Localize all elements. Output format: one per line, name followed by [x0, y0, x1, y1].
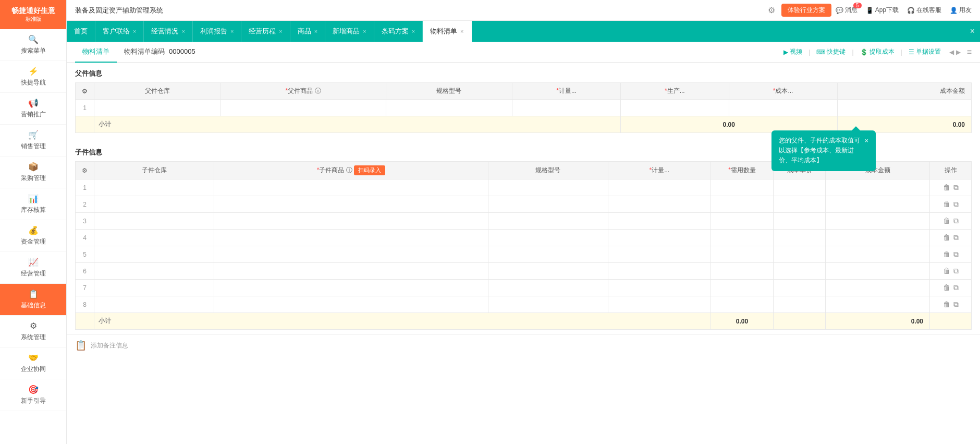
close-all-tabs-btn[interactable]: × [965, 27, 980, 36]
child-cell-qty-3[interactable] [711, 230, 774, 246]
sidebar-item-nav[interactable]: ⚡快捷导航 [0, 61, 66, 93]
tab-material-list[interactable]: 物料清单 [75, 42, 117, 63]
child-cell-goods-6[interactable] [214, 280, 488, 296]
child-cell-unitprice-0[interactable] [774, 179, 826, 196]
delete-icon-6[interactable]: 🗑 [943, 283, 950, 292]
child-cell-qty-4[interactable] [711, 246, 774, 263]
nav-tab-1[interactable]: 客户联络× [95, 21, 144, 42]
child-cell-warehouse-6[interactable] [94, 280, 214, 296]
delete-icon-1[interactable]: 🗑 [943, 200, 950, 209]
nav-tab-close-4[interactable]: × [279, 28, 282, 34]
child-cell-unit-7[interactable] [608, 296, 710, 313]
child-cell-unitprice-1[interactable] [774, 196, 826, 213]
child-cell-warehouse-0[interactable] [94, 179, 214, 196]
child-col-settings[interactable]: ⚙ [76, 162, 94, 179]
child-cell-goods-5[interactable] [214, 263, 488, 280]
tab-material-code[interactable]: 物料清单编码 0000005 [117, 42, 203, 63]
copy-icon-7[interactable]: ⧉ [953, 300, 959, 309]
child-cell-spec-1[interactable] [488, 196, 608, 213]
copy-icon-1[interactable]: ⧉ [953, 200, 959, 209]
nav-tab-close-8[interactable]: × [460, 28, 463, 34]
child-cell-warehouse-1[interactable] [94, 196, 214, 213]
child-cell-unit-5[interactable] [608, 263, 710, 280]
list-view-btn[interactable]: ≡ [967, 47, 972, 57]
child-cell-goods-3[interactable] [214, 230, 488, 246]
nav-next-btn[interactable]: ▶ [956, 49, 961, 56]
gear-icon[interactable]: ⚙ [768, 5, 775, 15]
nav-prev-btn[interactable]: ◀ [949, 49, 954, 56]
user-btn[interactable]: 👤 用友 [950, 6, 972, 15]
child-cell-unitprice-7[interactable] [774, 296, 826, 313]
delete-icon-2[interactable]: 🗑 [943, 217, 950, 225]
child-cell-unit-0[interactable] [608, 179, 710, 196]
extract-cost-btn[interactable]: 💲 提取成本 [860, 47, 895, 56]
child-cell-spec-2[interactable] [488, 213, 608, 230]
child-cell-warehouse-5[interactable] [94, 263, 214, 280]
parent-cell-spec[interactable] [386, 100, 512, 116]
delete-icon-0[interactable]: 🗑 [943, 183, 950, 192]
app-download-btn[interactable]: 📱 App下载 [866, 6, 899, 15]
child-cell-unit-3[interactable] [608, 230, 710, 246]
child-cell-warehouse-4[interactable] [94, 246, 214, 263]
nav-tab-4[interactable]: 经营历程× [241, 21, 290, 42]
child-cell-warehouse-7[interactable] [94, 296, 214, 313]
child-cell-spec-0[interactable] [488, 179, 608, 196]
nav-tab-5[interactable]: 商品× [290, 21, 325, 42]
sidebar-item-search[interactable]: 🔍搜索菜单 [0, 29, 66, 61]
video-btn[interactable]: ▶ 视频 [783, 47, 802, 56]
sidebar-item-basic[interactable]: 📋基础信息 [0, 284, 66, 316]
child-cell-goods-7[interactable] [214, 296, 488, 313]
child-cell-unit-2[interactable] [608, 213, 710, 230]
child-cell-qty-0[interactable] [711, 179, 774, 196]
sidebar-item-guide[interactable]: 🎯新手引导 [0, 379, 66, 411]
child-cell-qty-7[interactable] [711, 296, 774, 313]
child-cell-unitprice-6[interactable] [774, 280, 826, 296]
nav-tab-3[interactable]: 利润报告× [193, 21, 241, 42]
nav-tab-close-5[interactable]: × [314, 28, 317, 34]
tooltip-close-btn[interactable]: × [864, 136, 868, 147]
parent-cell-unit[interactable] [512, 100, 621, 116]
experience-btn[interactable]: 体验行业方案 [781, 4, 831, 17]
sidebar-item-sales[interactable]: 🛒销售管理 [0, 125, 66, 157]
parent-col-settings[interactable]: ⚙ [76, 83, 94, 100]
child-cell-unitprice-4[interactable] [774, 246, 826, 263]
online-chat-btn[interactable]: 🎧 在线客服 [907, 6, 941, 15]
child-cell-qty-5[interactable] [711, 263, 774, 280]
nav-tab-close-1[interactable]: × [133, 28, 136, 34]
delete-icon-3[interactable]: 🗑 [943, 233, 950, 242]
child-cell-unitprice-5[interactable] [774, 263, 826, 280]
scan-input-btn[interactable]: 扫码录入 [354, 165, 385, 175]
child-cell-goods-4[interactable] [214, 246, 488, 263]
nav-tab-0[interactable]: 首页 [67, 21, 95, 42]
doc-settings-btn[interactable]: ☰ 单据设置 [909, 47, 941, 56]
sidebar-item-purchase[interactable]: 📦采购管理 [0, 157, 66, 188]
shortcut-btn[interactable]: ⌨ 快捷键 [816, 47, 846, 56]
child-cell-spec-7[interactable] [488, 296, 608, 313]
parent-cell-warehouse[interactable] [94, 100, 221, 116]
nav-tab-close-3[interactable]: × [230, 28, 234, 34]
nav-tab-2[interactable]: 经营情况× [144, 21, 192, 42]
delete-icon-5[interactable]: 🗑 [943, 267, 950, 275]
child-cell-warehouse-3[interactable] [94, 230, 214, 246]
child-cell-unit-6[interactable] [608, 280, 710, 296]
nav-tab-close-6[interactable]: × [363, 28, 366, 34]
child-cell-goods-0[interactable] [214, 179, 488, 196]
child-cell-goods-2[interactable] [214, 213, 488, 230]
nav-tab-6[interactable]: 新增商品× [325, 21, 374, 42]
sidebar-item-operation[interactable]: 📈经营管理 [0, 252, 66, 284]
child-cell-unitprice-3[interactable] [774, 230, 826, 246]
copy-icon-0[interactable]: ⧉ [953, 183, 959, 192]
copy-icon-2[interactable]: ⧉ [953, 217, 959, 225]
child-cell-spec-4[interactable] [488, 246, 608, 263]
copy-icon-3[interactable]: ⧉ [953, 233, 959, 242]
child-cell-unit-4[interactable] [608, 246, 710, 263]
child-cell-qty-6[interactable] [711, 280, 774, 296]
delete-icon-4[interactable]: 🗑 [943, 250, 950, 259]
nav-tab-close-2[interactable]: × [181, 28, 185, 34]
parent-cell-production[interactable] [620, 100, 729, 116]
parent-cell-goods[interactable] [220, 100, 386, 116]
child-cell-qty-1[interactable] [711, 196, 774, 213]
child-cell-spec-5[interactable] [488, 263, 608, 280]
nav-tab-7[interactable]: 条码方案× [374, 21, 423, 42]
nav-tab-close-7[interactable]: × [412, 28, 415, 34]
